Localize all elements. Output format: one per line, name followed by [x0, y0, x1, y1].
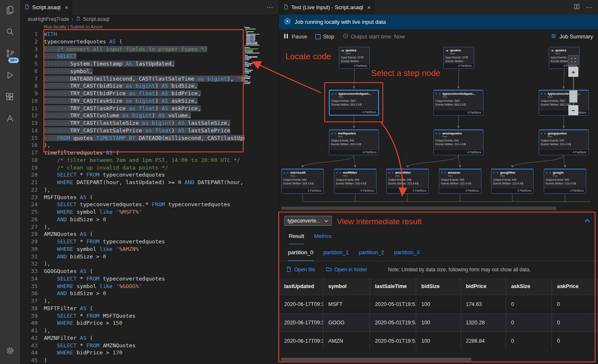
node-subtitle: Step: [338, 135, 356, 138]
diagram-node-msftfilter[interactable]: < > msftfilter Step Output Events: 949Ev…: [334, 169, 377, 194]
diagram-node-quotes_1[interactable]: ⇥ quotes Input Input Events: 3705Events …: [339, 47, 370, 69]
code-line: ····/* convert all input fields to prope…: [44, 46, 244, 53]
table-cell: 100: [416, 295, 461, 313]
node-stat: Events Written: 630.2 KB: [541, 103, 587, 106]
zoom-in-button[interactable]: +: [568, 67, 578, 77]
diagram-node-microsoft[interactable]: < > microsoft Step Output Events: 949Eve…: [281, 169, 324, 194]
stop-button[interactable]: Stop: [316, 33, 334, 40]
diagram-node-amznfilter[interactable]: < > amznfilter Step Output Events: 949Ev…: [386, 169, 429, 194]
node-stat: Events Written: 210.4 KB: [541, 142, 587, 146]
line-number: 21: [20, 179, 38, 187]
step-dropdown[interactable]: typeconverte...: [284, 216, 332, 226]
partition-tab-partition_3[interactable]: partition_3: [394, 244, 420, 261]
sidebar-item-explorer[interactable]: [0, 0, 20, 22]
partition-tab-partition_0[interactable]: partition_0: [288, 244, 313, 261]
split-editor-icon[interactable]: [573, 3, 580, 11]
partition-tab-partition_1[interactable]: partition_1: [323, 244, 349, 261]
diagram-node-tc_3[interactable]: < > typeconvertedquot... Step Output Eve…: [539, 90, 589, 116]
table-cell: 0: [506, 313, 552, 331]
job-diagram-canvas[interactable]: ⇥ quotes Input Input Events: 3705Events …: [279, 44, 598, 206]
diagram-node-tc_2[interactable]: < > typeconvertedquot... Step Output Eve…: [433, 90, 483, 116]
line-number: 8: [20, 83, 38, 90]
breadcrumb-file[interactable]: Script.asaql: [83, 16, 109, 22]
line-number: 34: [20, 276, 38, 283]
open-file-link[interactable]: Open file: [286, 266, 315, 273]
table-header-cell: askPrice: [552, 278, 598, 295]
step-node-icon: < >: [336, 171, 341, 174]
sidebar-item-search[interactable]: [0, 22, 20, 43]
sidebar-item-run-debug[interactable]: [0, 65, 20, 87]
collapse-panel-button[interactable]: [584, 217, 590, 225]
right-editor-pane: Test (Live Input) - Script.asaql × ⋯ Job…: [279, 0, 598, 364]
sidebar-item-extensions[interactable]: [0, 87, 20, 109]
diagram-node-amznquotes[interactable]: < > amznquotes Step Output Events: 949Ev…: [433, 129, 483, 155]
zoom-fit-button[interactable]: [568, 55, 579, 65]
node-title: microsoft: [290, 171, 305, 174]
line-number: 20: [20, 172, 38, 179]
table-header-cell: bidPrice: [461, 278, 506, 295]
submit-to-azure-link[interactable]: Submit to Azure: [70, 24, 103, 29]
code-line: ········TRY_CAST(lastSalePrice as float)…: [44, 127, 244, 135]
zoom-out-button[interactable]: −: [568, 105, 578, 115]
results-hscroll-thumb[interactable]: [281, 358, 471, 361]
vscode-window: 1K+ Script.asaql × ⋯: [0, 0, 598, 364]
line-number: 15: [20, 135, 38, 142]
tab-script-asaql[interactable]: Script.asaql ×: [20, 0, 73, 15]
minimap[interactable]: [244, 26, 275, 86]
code-line: SELECT * FROM MSFTQuotes: [44, 313, 244, 320]
node-stat: Input Events: 3705: [445, 56, 472, 59]
breadcrumb-root[interactable]: asaHighFreqTrade: [28, 16, 69, 22]
table-cell: 2020-06-17T09:3...: [279, 313, 323, 331]
diagram-node-quotes_2[interactable]: ⇥ quotes Input Input Events: 3705Events …: [443, 47, 474, 69]
zoom-slider-track: [573, 77, 574, 90]
node-stat: Events Written: 205.4 KB: [336, 182, 374, 185]
close-icon[interactable]: ×: [367, 4, 371, 11]
activity-bar: 1K+: [0, 0, 20, 364]
more-actions-icon[interactable]: ⋯: [267, 4, 273, 11]
code-line: ········TRY_CAST(bidSize as bigint) AS b…: [44, 83, 244, 90]
input-node-icon: ⇥: [445, 49, 448, 53]
table-cell: 0: [552, 295, 598, 313]
right-tab-bar: Test (Live Input) - Script.asaql × ⋯: [279, 0, 598, 15]
node-title: msftfilter: [343, 171, 357, 174]
partition-tab-partition_2[interactable]: partition_2: [359, 244, 384, 261]
diagram-node-msftquotes[interactable]: < > msftquotes Step Output Events: 949Ev…: [329, 129, 379, 155]
line-number: 44: [20, 349, 38, 357]
run-locally-link[interactable]: Run locally: [44, 24, 66, 29]
open-in-folder-link[interactable]: Open in folder: [326, 266, 367, 273]
close-icon[interactable]: ×: [65, 4, 68, 11]
node-stat: Output Events: 949: [493, 178, 532, 182]
code-line: GOOGQuotes AS (: [44, 268, 244, 276]
tab-metrics[interactable]: Metrics: [314, 228, 332, 244]
code-editor[interactable]: Run locally | Submit to Azure 1234567891…: [20, 24, 279, 364]
tab-test-live-input[interactable]: Test (Live Input) - Script.asaql ×: [279, 0, 375, 15]
table-cell: 2020-06-17T09:3...: [279, 295, 323, 313]
sidebar-item-source-control[interactable]: 1K+: [0, 43, 20, 65]
diagram-node-google[interactable]: < > google Step Output Events: 949Events…: [544, 169, 586, 194]
settings-button[interactable]: [0, 341, 20, 362]
gear-icon: [5, 346, 15, 357]
sidebar-item-azure[interactable]: [0, 109, 20, 130]
tab-result[interactable]: Result: [289, 228, 304, 244]
node-partitions: 4 Partitions: [282, 188, 323, 193]
step-node-icon: < >: [441, 171, 446, 174]
node-title: amazon: [448, 171, 461, 174]
line-number: 3: [20, 46, 38, 53]
table-cell: 0: [506, 295, 552, 313]
diagram-node-tc_1[interactable]: < > typeconvertedquot... Step Output Eve…: [329, 90, 379, 116]
more-actions-icon[interactable]: ⋯: [586, 4, 592, 11]
diagram-node-amazon[interactable]: < > amazon Step Output Events: 949Events…: [439, 169, 481, 194]
table-cell: 174.63: [461, 295, 506, 313]
folder-icon: [326, 266, 332, 273]
job-summary-button[interactable]: Job Summary: [550, 33, 593, 40]
diagram-node-googfilter[interactable]: < > googfilter Step Output Events: 949Ev…: [491, 169, 534, 194]
diagram-node-googquotes[interactable]: < > googquotes Step Output Events: 949Ev…: [539, 129, 589, 155]
pause-button[interactable]: Pause: [284, 33, 307, 40]
diagram-hscroll-thumb[interactable]: [281, 207, 556, 210]
line-number: 32: [20, 260, 38, 268]
node-subtitle: Step: [443, 135, 462, 138]
zoom-slider-handle[interactable]: [569, 90, 578, 103]
table-row: 2020-06-17T09:3...MSFT2020-05-01T19:5...…: [279, 295, 598, 313]
line-number: 10: [20, 98, 38, 105]
line-number: 26: [20, 216, 38, 224]
